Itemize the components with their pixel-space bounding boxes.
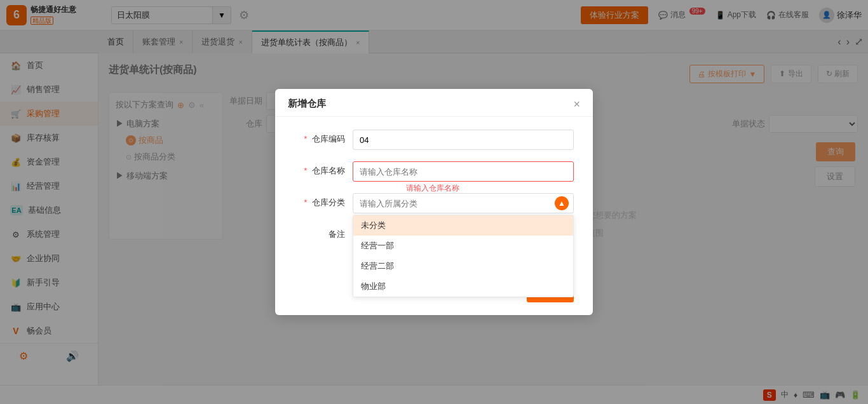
category-input[interactable] — [353, 193, 574, 213]
modal-close-btn[interactable]: × — [573, 98, 580, 110]
note-label: 备注 — [294, 225, 345, 240]
name-label: * 仓库名称 — [294, 161, 345, 177]
add-warehouse-modal: 新增仓库 × * 仓库编码 * 仓库名称 请输入仓库名称 * — [275, 89, 593, 315]
dropdown-item-ops1[interactable]: 经营一部 — [353, 236, 573, 256]
dropdown-item-ops2[interactable]: 经营二部 — [353, 256, 573, 276]
name-input[interactable] — [353, 161, 574, 182]
form-row-category: * 仓库分类 ▲ 未分类 经营一部 经营二部 物业部 — [294, 193, 574, 213]
dropdown-item-uncategorized[interactable]: 未分类 — [353, 215, 573, 236]
category-label: * 仓库分类 — [294, 193, 345, 208]
code-input[interactable] — [353, 130, 574, 150]
modal-title: 新增仓库 — [288, 98, 326, 110]
code-label: * 仓库编码 — [294, 130, 345, 145]
category-dropdown-arrow[interactable]: ▲ — [555, 196, 569, 210]
category-dropdown-list: 未分类 经营一部 经营二部 物业部 — [353, 215, 574, 297]
name-error-msg: 请输入仓库名称 — [406, 183, 459, 194]
modal-header: 新增仓库 × — [275, 89, 593, 117]
modal-body: * 仓库编码 * 仓库名称 请输入仓库名称 * 仓库分类 ▲ — [275, 117, 593, 263]
form-row-code: * 仓库编码 — [294, 130, 574, 150]
dropdown-item-property[interactable]: 物业部 — [353, 276, 573, 297]
form-row-name: * 仓库名称 请输入仓库名称 — [294, 161, 574, 182]
